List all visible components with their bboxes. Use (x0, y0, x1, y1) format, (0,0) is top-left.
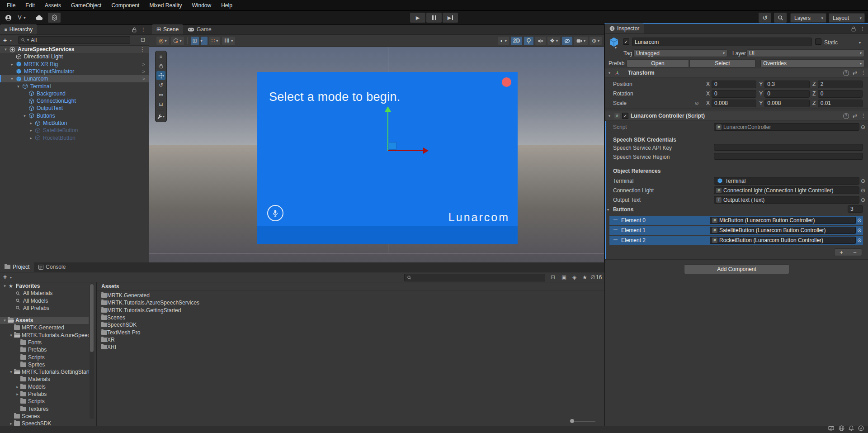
undo-history-icon[interactable]: ↺ (759, 13, 771, 23)
project-tree-row[interactable]: Sprites (0, 361, 89, 368)
gizmo-x-axis[interactable] (388, 150, 424, 151)
project-tree-row[interactable]: ▾MRTK.Tutorials.GettingStarted (0, 368, 89, 376)
favorites-star-icon[interactable]: ★ (582, 274, 587, 281)
project-tree-row[interactable]: Textures (0, 405, 89, 413)
gameobject-name-field[interactable] (632, 38, 812, 46)
expand-arrow[interactable]: ▸ (14, 385, 20, 389)
globe-icon[interactable] (838, 425, 845, 432)
drag-handle-icon[interactable] (609, 229, 621, 231)
project-tree-row[interactable]: Materials (0, 376, 89, 383)
object-reference-field[interactable]: TOutputText (Text) (714, 196, 859, 204)
kebab-menu-icon[interactable]: ⋮ (861, 70, 866, 76)
name-input[interactable] (635, 39, 809, 45)
hierarchy-row[interactable]: OutputText (0, 105, 149, 112)
hierarchy-row[interactable]: MRTKInputSimulator> (0, 68, 149, 75)
layers-dropdown[interactable]: Layers▾ (790, 13, 826, 23)
fold-arrow-icon[interactable]: ▾ (607, 71, 612, 75)
tag-dropdown[interactable]: Untagged▾ (633, 49, 727, 57)
expand-arrow[interactable]: ▾ (8, 370, 14, 374)
buttons-size-field[interactable]: 3 (848, 205, 863, 213)
asset-folder-row[interactable]: SpeechSDK (101, 321, 604, 328)
expand-arrow[interactable]: ▾ (8, 333, 14, 338)
hierarchy-row[interactable]: ▸RocketButton (0, 134, 149, 142)
object-picker-icon[interactable]: ⊙ (861, 124, 865, 130)
grid-visibility-toggle[interactable]: ⊞ (191, 37, 199, 45)
y-value-field[interactable]: 0.3 (764, 81, 809, 88)
custom-tool-dropdown[interactable]: ▾ (156, 112, 165, 121)
asset-folder-row[interactable]: Scenes (101, 314, 604, 321)
step-button[interactable]: ▶ (443, 13, 458, 23)
array-element-row[interactable]: Element 0#MicButton (Lunarcom Button Con… (609, 216, 863, 225)
expand-arrow[interactable]: ▾ (2, 284, 8, 288)
2d-toggle[interactable]: 2D (511, 37, 522, 45)
tab-inspector[interactable]: Inspector (605, 24, 644, 33)
expand-arrow[interactable]: ▸ (28, 128, 34, 133)
snap-increment-dropdown[interactable]: ∷▾ (209, 37, 221, 45)
help-icon[interactable]: ? (843, 70, 849, 76)
scene-visibility-toggle[interactable] (562, 37, 572, 45)
hierarchy-row[interactable]: ▸MicButton (0, 119, 149, 127)
cloud-icon[interactable] (33, 13, 45, 23)
project-search-input[interactable] (413, 275, 542, 281)
help-icon[interactable]: ? (843, 113, 849, 119)
y-value-field[interactable]: 0.008 (764, 100, 809, 107)
hierarchy-row[interactable]: ▸MRTK XR Rig> (0, 61, 149, 68)
presets-icon[interactable]: ⇄ (853, 113, 857, 119)
move-tool[interactable] (156, 71, 165, 80)
prefab-chevron-icon[interactable]: > (142, 62, 145, 67)
create-asset-button[interactable]: + (3, 273, 7, 281)
menu-gameobject[interactable]: GameObject (66, 0, 106, 11)
hierarchy-row[interactable]: ▸SatelliteButton (0, 127, 149, 134)
audio-mute-toggle[interactable] (535, 37, 546, 45)
component-enabled-checkbox[interactable]: ✓ (622, 113, 628, 119)
asset-folder-row[interactable]: MRTK.Tutorials.GettingStarted (101, 307, 604, 314)
menu-help[interactable]: Help (216, 0, 237, 11)
buttons-fold-arrow[interactable]: ▾ (607, 208, 609, 212)
project-tree-row[interactable]: ▸Models (0, 383, 89, 390)
scene-lighting-toggle[interactable] (524, 37, 533, 45)
element-object-field[interactable]: #RocketButton (Lunarcom Button Controlle… (710, 237, 856, 244)
project-tree-row[interactable]: ▾MRTK.Tutorials.AzureSpeechServices (0, 332, 89, 339)
object-picker-icon[interactable]: ⊙ (861, 197, 865, 203)
tool-handle-rotation-dropdown[interactable]: ▾ (171, 37, 184, 45)
project-tree-row[interactable]: All Models (0, 297, 89, 305)
object-picker-icon[interactable]: ⊙ (861, 187, 865, 194)
project-tree-scrollbar[interactable] (90, 283, 94, 419)
menu-edit[interactable]: Edit (20, 0, 40, 11)
object-picker-icon[interactable]: ⊙ (856, 227, 863, 233)
mic-button-icon[interactable] (267, 205, 283, 221)
project-tree-row[interactable]: ▸Prefabs (0, 390, 89, 398)
lock-icon[interactable] (851, 26, 856, 32)
gizmo-plane-handle[interactable] (389, 142, 396, 150)
prefab-chevron-icon[interactable]: > (142, 76, 145, 81)
asset-folder-row[interactable]: XR (101, 336, 604, 343)
fold-arrow-icon[interactable]: ▾ (607, 114, 612, 118)
expand-arrow[interactable]: ▾ (15, 84, 21, 89)
prefab-open-button[interactable]: Open (627, 59, 689, 67)
asset-folder-row[interactable]: XRI (101, 343, 604, 351)
static-dropdown-icon[interactable]: ▾ (859, 41, 861, 45)
z-value-field[interactable]: 0.01 (818, 100, 863, 107)
rotate-tool[interactable]: ↺ (156, 81, 165, 90)
tab-scene[interactable]: ⊞ Scene (152, 24, 183, 34)
bell-icon[interactable] (849, 425, 854, 431)
expand-arrow[interactable]: ▾ (9, 76, 15, 81)
menu-component[interactable]: Component (106, 0, 144, 11)
presets-icon[interactable]: ⇄ (853, 70, 857, 76)
kebab-menu-icon[interactable]: ⋮ (860, 26, 865, 32)
add-element-button[interactable]: + (835, 249, 848, 256)
menu-assets[interactable]: Assets (40, 0, 66, 11)
hierarchy-row[interactable]: ConnectionLight (0, 97, 149, 105)
transform-component-header[interactable]: ▾ Transform ? ⇄ ⋮ (605, 68, 868, 78)
z-value-field[interactable]: 2 (818, 81, 863, 88)
object-reference-field[interactable]: #ConnectionLight (Connection Light Contr… (714, 186, 859, 194)
asset-store-icon[interactable]: ▣ (561, 274, 566, 281)
tab-console[interactable]: Console (34, 262, 70, 272)
active-checkbox[interactable]: ✓ (623, 38, 629, 45)
menu-file[interactable]: File (2, 0, 20, 11)
transform-tool[interactable]: ⊡ (156, 100, 165, 109)
kebab-icon[interactable]: ⋮ (140, 46, 145, 52)
expand-arrow[interactable]: ▸ (8, 421, 14, 426)
effects-dropdown[interactable]: ❖▾ (547, 37, 560, 45)
asset-folder-row[interactable]: TextMesh Pro (101, 329, 604, 336)
